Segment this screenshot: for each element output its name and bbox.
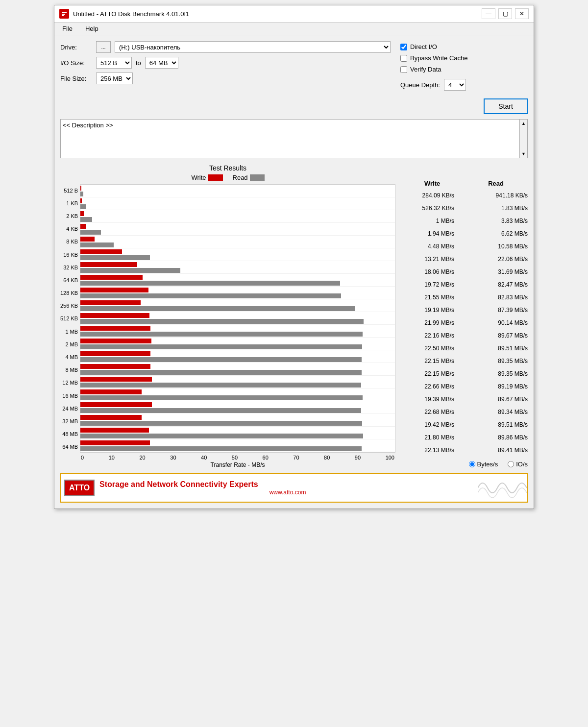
read-bar	[80, 306, 355, 311]
description-scrollbar[interactable]: ▲ ▼	[519, 120, 527, 158]
read-legend: Read	[233, 174, 265, 181]
scroll-down-arrow[interactable]: ▼	[520, 150, 528, 158]
menu-help[interactable]: Help	[81, 24, 102, 33]
verify-data-checkbox[interactable]	[400, 66, 407, 73]
file-size-row: File Size: 64 MB128 MB256 MB 512 MB1 GB2…	[60, 73, 391, 84]
bar-row	[80, 287, 395, 299]
browse-button[interactable]: ...	[96, 41, 111, 53]
write-bar	[80, 339, 151, 343]
write-bar	[80, 211, 83, 216]
x-tick: 0	[81, 455, 84, 460]
footer-banner: ATTO Storage and Network Connectivity Ex…	[60, 473, 528, 503]
y-axis-label: 48 MB	[60, 428, 78, 441]
chart-bars-section: 0 10 20 30 40 50 60 70 80 90 100	[80, 184, 395, 468]
bar-row	[80, 274, 395, 287]
read-cell: 10.58 MB/s	[474, 243, 528, 250]
x-tick: 40	[201, 455, 207, 460]
write-bar	[80, 313, 149, 318]
io-radio[interactable]	[508, 461, 514, 467]
direct-io-row: Direct I/O	[400, 43, 528, 50]
svg-rect-3	[62, 15, 64, 16]
y-axis-labels: 512 B1 KB2 KB4 KB8 KB16 KB32 KB64 KB128 …	[60, 184, 78, 468]
direct-io-label: Direct I/O	[410, 43, 437, 50]
description-box: << Description >> ▲ ▼	[60, 119, 528, 158]
write-cell: 19.39 MB/s	[400, 396, 454, 403]
y-axis-label: 16 KB	[60, 248, 78, 261]
read-bar	[80, 395, 363, 400]
y-axis-label: 4 KB	[60, 223, 78, 236]
table-row: 19.72 MB/s82.47 MB/s	[400, 278, 528, 291]
maximize-button[interactable]: ▢	[498, 8, 512, 19]
minimize-button[interactable]: —	[482, 8, 495, 19]
file-size-select[interactable]: 64 MB128 MB256 MB 512 MB1 GB2 GB	[96, 73, 133, 84]
read-legend-color	[250, 174, 265, 181]
scroll-up-arrow[interactable]: ▲	[520, 120, 528, 127]
read-cell: 89.34 MB/s	[474, 409, 528, 415]
chart-area: Test Results Write Read 512 B1 KB2 KB4 K…	[60, 164, 395, 468]
table-row: 22.13 MB/s89.41 MB/s	[400, 444, 528, 457]
write-cell: 22.13 MB/s	[400, 447, 454, 454]
read-legend-label: Read	[233, 174, 248, 181]
write-cell: 21.80 MB/s	[400, 434, 454, 441]
write-cell: 1.94 MB/s	[400, 230, 454, 237]
close-button[interactable]: ✕	[515, 8, 529, 19]
start-button[interactable]: Start	[484, 98, 528, 114]
bypass-write-cache-checkbox[interactable]	[400, 55, 407, 62]
x-axis: 0 10 20 30 40 50 60 70 80 90 100	[80, 453, 395, 468]
table-row: 21.55 MB/s82.83 MB/s	[400, 291, 528, 304]
x-tick: 20	[140, 455, 146, 460]
read-bar	[80, 332, 363, 337]
left-form: Drive: ... (H:) USB-накопитель I/O Size:…	[60, 41, 391, 114]
results-section: Test Results Write Read 512 B1 KB2 KB4 K…	[60, 164, 528, 468]
table-row: 22.50 MB/s89.51 MB/s	[400, 342, 528, 355]
y-axis-label: 4 MB	[60, 351, 78, 364]
read-cell: 941.18 KB/s	[474, 192, 528, 199]
write-bar	[80, 237, 95, 242]
io-size-row: I/O Size: 512 B1 KB2 KB4 KB 8 KB16 KB32 …	[60, 57, 391, 69]
read-bar	[80, 357, 362, 362]
write-legend-color	[208, 174, 223, 181]
y-axis-label: 2 MB	[60, 338, 78, 351]
y-axis-label: 256 KB	[60, 300, 78, 313]
io-size-from-select[interactable]: 512 B1 KB2 KB4 KB 8 KB16 KB32 KB64 KB 12…	[96, 57, 132, 69]
to-label: to	[136, 59, 141, 67]
write-bar	[80, 428, 149, 433]
footer-url: www.atto.com	[99, 489, 476, 496]
menu-file[interactable]: File	[58, 24, 76, 33]
atto-logo: ATTO	[64, 480, 95, 496]
read-cell: 89.51 MB/s	[474, 345, 528, 352]
table-row: 22.15 MB/s89.35 MB/s	[400, 367, 528, 380]
io-size-to-select[interactable]: 32 MB64 MB	[145, 57, 178, 69]
bytes-radio[interactable]	[469, 461, 475, 467]
footer-wave	[478, 473, 527, 503]
x-tick: 10	[109, 455, 115, 460]
read-bar	[80, 446, 362, 451]
table-row: 22.15 MB/s89.35 MB/s	[400, 355, 528, 367]
svg-rect-1	[62, 12, 67, 13]
write-bar	[80, 415, 142, 420]
queue-depth-row: Queue Depth: 124 81632	[400, 79, 528, 91]
read-bar	[80, 204, 86, 209]
queue-depth-select[interactable]: 124 81632	[444, 79, 466, 91]
read-bar	[80, 370, 362, 375]
read-cell: 89.67 MB/s	[474, 332, 528, 339]
y-axis-label: 8 KB	[60, 236, 78, 248]
write-cell: 22.15 MB/s	[400, 370, 454, 377]
footer-text: Storage and Network Connectivity Experts…	[98, 478, 478, 498]
read-cell: 89.35 MB/s	[474, 370, 528, 377]
queue-depth-label: Queue Depth:	[400, 81, 440, 89]
read-bar	[80, 421, 362, 426]
table-row: 4.48 MB/s10.58 MB/s	[400, 240, 528, 253]
write-cell: 284.09 KB/s	[400, 192, 454, 199]
table-row: 1.94 MB/s6.62 MB/s	[400, 227, 528, 240]
bar-row	[80, 236, 395, 248]
y-axis-label: 512 B	[60, 184, 78, 197]
y-axis-label: 1 KB	[60, 197, 78, 210]
drive-select[interactable]: (H:) USB-накопитель	[115, 41, 391, 53]
write-cell: 13.21 MB/s	[400, 256, 454, 263]
read-bar	[80, 281, 340, 286]
read-bar	[80, 242, 114, 247]
bytes-radio-item: Bytes/s	[469, 460, 498, 468]
write-bar	[80, 262, 137, 267]
direct-io-checkbox[interactable]	[400, 44, 407, 50]
